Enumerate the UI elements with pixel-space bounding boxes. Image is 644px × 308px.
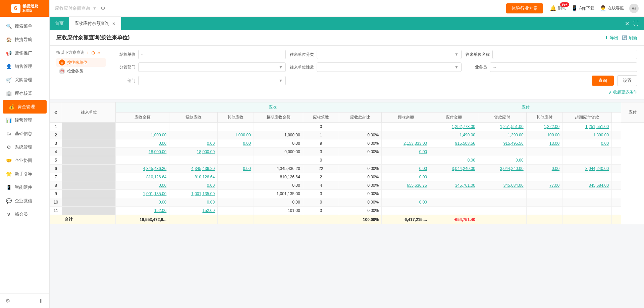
- sidebar-item-operation[interactable]: 📊 经营管理: [0, 114, 49, 127]
- sales-icon: 👤: [5, 63, 12, 70]
- wechat-icon: 💬: [5, 197, 12, 204]
- tab-home[interactable]: 首页: [50, 17, 69, 30]
- sidebar-collapse-icon[interactable]: ⏸: [39, 298, 44, 304]
- sidebar-item-marketing[interactable]: 📢 营销推广: [0, 46, 49, 60]
- collapse-scheme-button[interactable]: «: [97, 50, 100, 55]
- salesperson-input[interactable]: ···: [490, 62, 637, 72]
- row-ap-overdue: [562, 190, 612, 198]
- sidebar-item-label: 搜索菜单: [15, 23, 32, 29]
- refresh-button[interactable]: 🔄 刷新: [622, 35, 637, 41]
- row-index: 4: [50, 148, 62, 156]
- th-ar-other: 其他应收: [218, 113, 254, 123]
- nature-input[interactable]: ▼: [317, 62, 462, 72]
- sidebar-item-label: 畅会员: [15, 211, 28, 217]
- table-wrapper[interactable]: ⚙ 往来单位 应收 应付 应付 应收金额 贷款应收 其他应收 超期应收金额: [50, 102, 644, 224]
- tab-close-button[interactable]: ✕: [625, 20, 629, 27]
- sidebar-item-label: 基础信息: [15, 131, 32, 137]
- breadcrumb-arrow: ▼: [93, 6, 97, 11]
- row-ap-overdue: 0.00: [562, 139, 612, 148]
- tab-arquery[interactable]: 应收应付余额查询 ✕: [69, 17, 121, 30]
- row-ar-amount: 0.00: [116, 198, 169, 207]
- tab-close-icon[interactable]: ✕: [112, 21, 116, 26]
- row-index: 2: [50, 131, 62, 139]
- row-ap-amount: [430, 207, 478, 215]
- sidebar-item-label: 快捷导航: [15, 37, 32, 43]
- filter-field-category: 往来单位分类 ▼: [290, 50, 462, 59]
- row-ar-ratio: 0.00%: [339, 173, 381, 181]
- collapse-up-icon: ∧: [609, 90, 612, 95]
- sidebar-item-sales[interactable]: 👤 销售管理: [0, 60, 49, 73]
- query-button[interactable]: 查询: [592, 76, 614, 86]
- row-ap-loan: 915,495.56: [478, 139, 526, 148]
- sidebar-settings-icon[interactable]: ⚙: [5, 298, 10, 304]
- row-ar-loan: 0.00: [169, 198, 218, 207]
- row-ar-overdue: 9,000.00: [254, 148, 303, 156]
- sidebar-item-system[interactable]: ⚙ 系统管理: [0, 140, 49, 154]
- dept-label: 分管部门: [114, 64, 136, 70]
- row-ar-count: 2: [303, 173, 339, 181]
- scheme-item-partner[interactable]: ⊕ 按往来单位: [56, 58, 106, 67]
- row-ap-other: [526, 173, 562, 181]
- row-ap-amount: 0.00: [430, 156, 478, 165]
- row-ar-overdue: 101.00: [254, 207, 303, 215]
- page-header: 应收应付余额查询(按往来单位) ⬆ 导出 🔄 刷新: [50, 30, 644, 46]
- search-icon: 🔍: [5, 23, 12, 30]
- row-ar-overdue: 0.00: [254, 139, 303, 148]
- row-ar-prepay: [382, 131, 430, 139]
- app-label: App下载: [579, 5, 594, 11]
- th-ar-ratio: 应收款占比: [339, 113, 381, 123]
- row-ap-amount: 345,761.00: [430, 181, 478, 190]
- sidebar-item-guide[interactable]: 🌟 新手引导: [0, 167, 49, 181]
- sidebar-item-basic[interactable]: 🗂 基础信息: [0, 127, 49, 140]
- filter-field-settlement: 结算单位 ···: [114, 50, 286, 59]
- logo-icon: 6: [11, 4, 20, 13]
- row-ap-overdue: [562, 156, 612, 165]
- settings-scheme-button[interactable]: ⊙: [91, 50, 95, 55]
- table-gear-icon[interactable]: ⚙: [54, 110, 58, 115]
- system-icon: ⚙: [5, 144, 12, 150]
- sidebar-item-purchase[interactable]: 🛒 采购管理: [0, 73, 49, 87]
- row-ar-prepay: 2,153,333.00: [382, 139, 430, 148]
- guide-icon: 🌟: [5, 171, 12, 177]
- collapse-more-button[interactable]: ∧ 收起更多条件: [609, 89, 637, 95]
- total-ar-loan: [169, 215, 218, 224]
- settlement-input[interactable]: ···: [138, 50, 286, 59]
- row-ar-amount: 0.00: [116, 181, 169, 190]
- row-ar-ratio: [339, 123, 381, 131]
- gear-icon[interactable]: ⚙: [101, 5, 105, 11]
- sidebar-item-collab[interactable]: 🤝 企业协同: [0, 154, 49, 167]
- sidebar-item-hardware[interactable]: 📱 智能硬件: [0, 181, 49, 194]
- scheme-item-salesperson[interactable]: ⏰ 按业务员: [56, 67, 106, 76]
- row-index: 5: [50, 156, 62, 165]
- sidebar-item-finance[interactable]: 💰 资金管理: [3, 100, 47, 114]
- user-avatar[interactable]: Rit: [629, 4, 639, 13]
- department-input[interactable]: ▼: [138, 76, 286, 85]
- export-button[interactable]: ⬆ 导出: [605, 35, 619, 41]
- row-ar-overdue: [254, 123, 303, 131]
- notice-button[interactable]: 🔔 消息 99+: [550, 5, 566, 11]
- add-scheme-button[interactable]: +: [87, 50, 89, 55]
- partnername-input[interactable]: [492, 50, 637, 59]
- sidebar-item-quicknav[interactable]: 🏠 快捷导航: [0, 33, 49, 46]
- app-download-button[interactable]: 📱 App下载: [571, 5, 594, 11]
- th-gear[interactable]: ⚙: [50, 102, 62, 123]
- table-row: 1 ████████ 0 1,252,773.00 1,251,551.00 1…: [50, 123, 644, 131]
- row-ap-overdue: [562, 207, 612, 215]
- category-input[interactable]: ▼: [317, 50, 462, 59]
- sidebar-item-search[interactable]: 🔍 搜索菜单: [0, 19, 49, 33]
- sidebar-item-inventory[interactable]: 🏢 库存核算: [0, 87, 49, 100]
- tab-expand-button[interactable]: ⛶: [633, 20, 639, 27]
- sidebar-item-wechat[interactable]: 💬 企业微信: [0, 194, 49, 208]
- sidebar-item-member[interactable]: V 畅会员: [0, 208, 49, 221]
- row-ap-amount: 915,508.56: [430, 139, 478, 148]
- row-ap-other: [526, 207, 562, 215]
- trial-button[interactable]: 体验行业方案: [506, 3, 543, 13]
- dept-input[interactable]: ▼: [138, 62, 286, 72]
- service-button[interactable]: 👨‍💼 在线客服: [600, 5, 624, 11]
- row-ap-loan: 1,251,551.00: [478, 123, 526, 131]
- row-ar-ratio: [339, 156, 381, 165]
- total-row: 合计 19,553,472,6... 100.00% 6,417,215....…: [50, 215, 644, 224]
- row-ar-count: 3: [303, 207, 339, 215]
- sidebar-item-label: 企业微信: [15, 198, 32, 204]
- setting-button[interactable]: 设置: [617, 75, 637, 86]
